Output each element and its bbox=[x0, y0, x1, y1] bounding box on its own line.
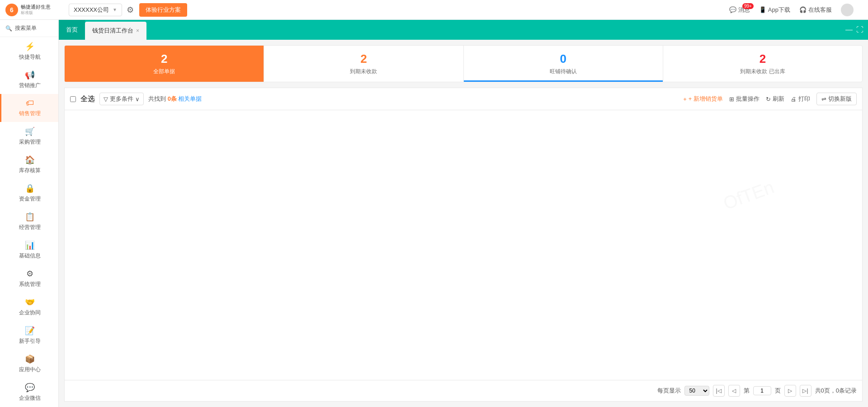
sidebar-item-app-center[interactable]: 📦 应用中心 bbox=[0, 350, 58, 378]
tab-workbench[interactable]: 钱货日清工作台 × bbox=[85, 22, 146, 40]
chevron-down-icon: ∨ bbox=[135, 96, 140, 103]
stat-card-overdue[interactable]: 2 到期未收款 bbox=[264, 46, 463, 82]
batch-operation-button[interactable]: ⊞ 批量操作 bbox=[729, 95, 760, 103]
sidebar: 🔍 搜索菜单 ⚡ 快捷导航 📢 营销推广 🏷 销售管理 🛒 采购管理 🏠 库存核… bbox=[0, 20, 59, 407]
message-btn[interactable]: 💬 消息 99+ bbox=[729, 6, 750, 14]
app-title: 畅捷通好生意 bbox=[21, 4, 51, 10]
sidebar-item-sales[interactable]: 🏷 销售管理 bbox=[0, 94, 58, 122]
beginner-icon: 📝 bbox=[25, 326, 35, 336]
per-page-select[interactable]: 50 100 200 bbox=[684, 386, 709, 396]
stats-row: 2 全部单据 2 到期未收款 0 旺铺待确认 2 到期未收款 已出库 bbox=[64, 45, 863, 82]
batch-icon: ⊞ bbox=[729, 96, 734, 103]
filter-icon: ▽ bbox=[104, 96, 108, 103]
avatar[interactable] bbox=[841, 4, 854, 16]
page-body: 2 全部单据 2 到期未收款 0 旺铺待确认 2 到期未收款 已出库 bbox=[59, 40, 868, 407]
print-icon: 🖨 bbox=[791, 96, 797, 103]
select-all-checkbox[interactable] bbox=[70, 96, 76, 102]
table-area: OfTEn bbox=[64, 110, 863, 380]
main-content: 首页 钱货日清工作台 × — ⛶ 2 全部单据 2 到期未收款 bbox=[59, 20, 868, 407]
search-menu[interactable]: 🔍 搜索菜单 bbox=[0, 20, 58, 37]
message-badge: 99+ bbox=[742, 3, 754, 9]
system-icon: ⚙ bbox=[26, 269, 33, 279]
tab-minimize-button[interactable]: — bbox=[845, 26, 853, 34]
page-last-button[interactable]: ▷| bbox=[800, 385, 811, 397]
top-header: 6 畅捷通好生意 标准版 XXXXXX公司 ▼ ⚙ 体验行业方案 💬 消息 99… bbox=[0, 0, 868, 20]
app-center-icon: 📦 bbox=[25, 354, 35, 364]
found-count: 0条 bbox=[168, 95, 177, 102]
header-right: 💬 消息 99+ 📱 App下载 🎧 在线客服 bbox=[729, 4, 863, 16]
stat-label-shipped: 到期未收款 已出库 bbox=[740, 68, 785, 75]
page-next-button[interactable]: ▷ bbox=[784, 385, 796, 397]
operation-icon: 📋 bbox=[25, 212, 35, 222]
switch-new-version-button[interactable]: ⇌ 切换新版 bbox=[816, 93, 857, 105]
tab-bar-actions: — ⛶ bbox=[845, 26, 868, 34]
tab-home[interactable]: 首页 bbox=[59, 20, 85, 40]
page-first-button[interactable]: |◁ bbox=[713, 385, 725, 397]
sidebar-item-marketing[interactable]: 📢 营销推广 bbox=[0, 65, 58, 94]
total-label: 共0页，0条记录 bbox=[815, 387, 857, 395]
tab-close-icon[interactable]: × bbox=[136, 28, 139, 34]
sidebar-item-operation[interactable]: 📋 经营管理 bbox=[0, 207, 58, 236]
add-sales-order-button[interactable]: + + 新增销货单 bbox=[683, 95, 723, 103]
toolbar-right: + + 新增销货单 ⊞ 批量操作 ↻ 刷新 🖨 打印 bbox=[683, 93, 857, 105]
stat-card-pending[interactable]: 0 旺铺待确认 bbox=[464, 46, 663, 82]
stat-label-pending: 旺铺待确认 bbox=[550, 68, 577, 75]
tab-bar: 首页 钱货日清工作台 × — ⛶ bbox=[59, 20, 868, 40]
page-number-input[interactable] bbox=[753, 386, 771, 395]
wechat-icon: 💬 bbox=[25, 383, 35, 393]
print-button[interactable]: 🖨 打印 bbox=[791, 95, 810, 103]
sidebar-item-enterprise[interactable]: 🤝 企业协同 bbox=[0, 293, 58, 321]
refresh-icon: ↻ bbox=[766, 96, 771, 103]
service-icon: 🎧 bbox=[799, 6, 807, 13]
experience-button[interactable]: 体验行业方案 bbox=[139, 3, 187, 17]
select-all-label: 全选 bbox=[80, 94, 95, 104]
marketing-icon: 📢 bbox=[25, 70, 35, 80]
finance-icon: 🔒 bbox=[25, 183, 35, 193]
sales-icon: 🏷 bbox=[26, 98, 34, 108]
company-selector[interactable]: XXXXXX公司 ▼ bbox=[69, 4, 122, 16]
stat-card-all[interactable]: 2 全部单据 bbox=[65, 46, 264, 82]
sidebar-item-quick-nav[interactable]: ⚡ 快捷导航 bbox=[0, 37, 58, 65]
sidebar-item-purchase[interactable]: 🛒 采购管理 bbox=[0, 122, 58, 150]
settings-icon[interactable]: ⚙ bbox=[127, 5, 134, 15]
enterprise-icon: 🤝 bbox=[25, 297, 35, 307]
chevron-down-icon: ▼ bbox=[113, 7, 117, 12]
main-layout: 🔍 搜索菜单 ⚡ 快捷导航 📢 营销推广 🏷 销售管理 🛒 采购管理 🏠 库存核… bbox=[0, 20, 868, 407]
sidebar-item-basic-info[interactable]: 📊 基础信息 bbox=[0, 236, 58, 264]
stat-card-shipped[interactable]: 2 到期未收款 已出库 bbox=[663, 46, 862, 82]
purchase-icon: 🛒 bbox=[25, 126, 35, 136]
stat-underline-all bbox=[65, 80, 264, 82]
online-service-btn[interactable]: 🎧 在线客服 bbox=[799, 6, 832, 14]
page-label: 第 bbox=[744, 387, 750, 395]
sidebar-item-beginner[interactable]: 📝 新手引导 bbox=[0, 321, 58, 350]
sidebar-item-wechat[interactable]: 💬 企业微信 bbox=[0, 378, 58, 407]
switch-icon: ⇌ bbox=[821, 96, 826, 103]
quick-nav-icon: ⚡ bbox=[25, 42, 35, 51]
refresh-button[interactable]: ↻ 刷新 bbox=[766, 95, 784, 103]
basic-info-icon: 📊 bbox=[25, 240, 35, 250]
stat-num-pending: 0 bbox=[560, 52, 566, 66]
company-name: XXXXXX公司 bbox=[74, 6, 109, 14]
pagination-bar: 每页显示 50 100 200 |◁ ◁ 第 页 ▷ ▷| 共0页，0条记录 bbox=[64, 380, 863, 402]
sidebar-item-finance[interactable]: 🔒 资金管理 bbox=[0, 179, 58, 207]
logo-icon: 6 bbox=[5, 4, 18, 16]
toolbar: 全选 ▽ 更多条件 ∨ 共找到 0条 相关单据 + + 新增销货单 ⊞ bbox=[64, 88, 863, 110]
sidebar-item-inventory[interactable]: 🏠 库存核算 bbox=[0, 150, 58, 179]
tab-maximize-button[interactable]: ⛶ bbox=[856, 26, 863, 34]
plus-icon: + bbox=[683, 96, 687, 103]
app-badge: 标准版 bbox=[21, 10, 51, 16]
stat-num-overdue: 2 bbox=[360, 52, 367, 66]
stat-label-all: 全部单据 bbox=[153, 68, 175, 75]
message-icon: 💬 bbox=[729, 6, 736, 13]
stat-num-shipped: 2 bbox=[760, 52, 766, 66]
logo-area: 6 畅捷通好生意 标准版 bbox=[5, 4, 64, 16]
sidebar-item-system[interactable]: ⚙ 系统管理 bbox=[0, 264, 58, 293]
download-icon: 📱 bbox=[759, 6, 766, 13]
app-download-btn[interactable]: 📱 App下载 bbox=[759, 6, 790, 14]
stat-underline-pending bbox=[464, 80, 663, 82]
inventory-icon: 🏠 bbox=[25, 155, 35, 165]
page-prev-button[interactable]: ◁ bbox=[728, 385, 740, 397]
filter-button[interactable]: ▽ 更多条件 ∨ bbox=[99, 93, 144, 105]
found-text: 共找到 0条 相关单据 bbox=[148, 95, 202, 103]
related-records-link[interactable]: 相关单据 bbox=[178, 95, 202, 102]
